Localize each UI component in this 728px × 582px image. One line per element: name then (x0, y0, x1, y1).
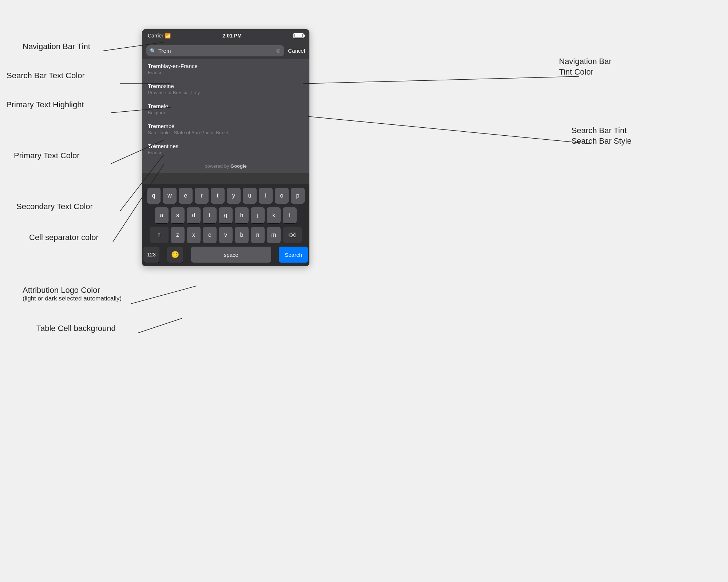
result-primary-4: Tremembé (148, 123, 304, 129)
svg-line-7 (138, 318, 182, 333)
annotation-cell-separator: Cell separator color (29, 233, 99, 242)
status-time: 2:01 PM (222, 33, 242, 39)
result-secondary-2: Province of Brescia, Italy (148, 90, 304, 95)
key-q[interactable]: q (147, 188, 161, 204)
result-primary-5: Trémentines (148, 143, 304, 149)
key-backspace[interactable]: ⌫ (283, 227, 302, 243)
key-g[interactable]: g (219, 207, 233, 223)
result-secondary-1: France (148, 70, 304, 75)
results-list: Tremblay-en-France France Tremosine Prov… (142, 59, 309, 159)
key-w[interactable]: w (163, 188, 177, 204)
status-bar: Carrier 📶 2:01 PM (142, 29, 309, 42)
keyboard[interactable]: q w e r t y u i o p a s d f g (142, 184, 309, 266)
result-secondary-3: Belgium (148, 110, 304, 115)
phone-screen: Carrier 📶 2:01 PM 🔍 Trem ⊗ Cancel (142, 29, 309, 266)
key-p[interactable]: p (291, 188, 305, 204)
cancel-button[interactable]: Cancel (288, 48, 305, 54)
result-item-4[interactable]: Tremembé São Paulo - State of São Paulo,… (142, 119, 309, 139)
key-k[interactable]: k (267, 207, 281, 223)
key-shift[interactable]: ⇧ (150, 227, 169, 243)
search-input-text[interactable]: Trem (158, 48, 274, 54)
search-key[interactable]: Search (279, 247, 308, 263)
annotation-nav-bar-tint-color: Navigation BarTint Color (559, 56, 612, 77)
battery-indicator (293, 33, 304, 38)
svg-line-6 (131, 286, 197, 304)
key-j[interactable]: j (251, 207, 265, 223)
search-clear-button[interactable]: ⊗ (276, 47, 281, 54)
key-m[interactable]: m (267, 227, 281, 243)
key-d[interactable]: d (187, 207, 201, 223)
key-o[interactable]: o (275, 188, 289, 204)
result-item-5[interactable]: Trémentines France (142, 139, 309, 159)
keyboard-row-1: q w e r t y u i o p (143, 188, 308, 204)
key-c[interactable]: c (203, 227, 217, 243)
search-bar[interactable]: 🔍 Trem ⊗ Cancel (142, 42, 309, 59)
result-primary-2: Tremosine (148, 83, 304, 89)
key-n[interactable]: n (251, 227, 265, 243)
phone-mockup: Carrier 📶 2:01 PM 🔍 Trem ⊗ Cancel (142, 29, 309, 266)
search-input-wrapper[interactable]: 🔍 Trem ⊗ (146, 45, 284, 56)
key-f[interactable]: f (203, 207, 217, 223)
annotation-nav-bar-tint: Navigation Bar Tint (23, 42, 90, 51)
result-item-1[interactable]: Tremblay-en-France France (142, 59, 309, 79)
svg-line-9 (308, 116, 590, 144)
key-b[interactable]: b (235, 227, 249, 243)
key-e[interactable]: e (179, 188, 193, 204)
result-primary-3: Tremelo (148, 103, 304, 109)
key-emoji[interactable]: 🙂 (167, 247, 183, 263)
key-numbers[interactable]: 123 (143, 247, 159, 263)
key-h[interactable]: h (235, 207, 249, 223)
key-space[interactable]: space (191, 247, 271, 263)
annotation-secondary-text-color: Secondary Text Color (16, 202, 93, 211)
attribution-bar: powered by Google (142, 159, 309, 173)
key-l[interactable]: l (283, 207, 297, 223)
annotation-primary-text-highlight: Primary Text Highlight (6, 100, 84, 109)
battery-fill (294, 34, 302, 37)
key-x[interactable]: x (187, 227, 201, 243)
annotation-table-cell-bg: Table Cell background (36, 324, 116, 333)
battery-icon (293, 33, 304, 38)
carrier-text: Carrier 📶 (148, 33, 171, 39)
annotation-search-bar-tint-style: Search Bar TintSearch Bar Style (571, 125, 632, 146)
result-secondary-4: São Paulo - State of São Paulo, Brazil (148, 130, 304, 135)
result-item-2[interactable]: Tremosine Province of Brescia, Italy (142, 79, 309, 99)
key-t[interactable]: t (211, 188, 225, 204)
google-brand: Google (230, 163, 247, 169)
key-y[interactable]: y (227, 188, 241, 204)
key-s[interactable]: s (171, 207, 185, 223)
annotation-primary-text-color: Primary Text Color (14, 151, 80, 160)
result-secondary-5: France (148, 150, 304, 155)
key-i[interactable]: i (259, 188, 273, 204)
wifi-icon: 📶 (165, 33, 171, 39)
key-u[interactable]: u (243, 188, 257, 204)
diagram-container: Navigation Bar Tint Search Bar Text Colo… (0, 0, 728, 582)
keyboard-bottom-row: 123 🙂 space Search (143, 247, 308, 263)
search-icon: 🔍 (150, 48, 156, 54)
keyboard-row-2: a s d f g h j k l (143, 207, 308, 223)
svg-line-8 (303, 76, 579, 84)
key-r[interactable]: r (195, 188, 209, 204)
keyboard-row-3: ⇧ z x c v b n m ⌫ (143, 227, 308, 243)
result-item-3[interactable]: Tremelo Belgium (142, 99, 309, 119)
result-primary-1: Tremblay-en-France (148, 63, 304, 69)
key-z[interactable]: z (171, 227, 185, 243)
key-v[interactable]: v (219, 227, 233, 243)
table-cell-background (142, 173, 309, 184)
annotation-attribution-logo: Attribution Logo Color (light or dark se… (23, 286, 122, 302)
key-a[interactable]: a (155, 207, 169, 223)
annotation-search-bar-text-color: Search Bar Text Color (7, 71, 85, 80)
